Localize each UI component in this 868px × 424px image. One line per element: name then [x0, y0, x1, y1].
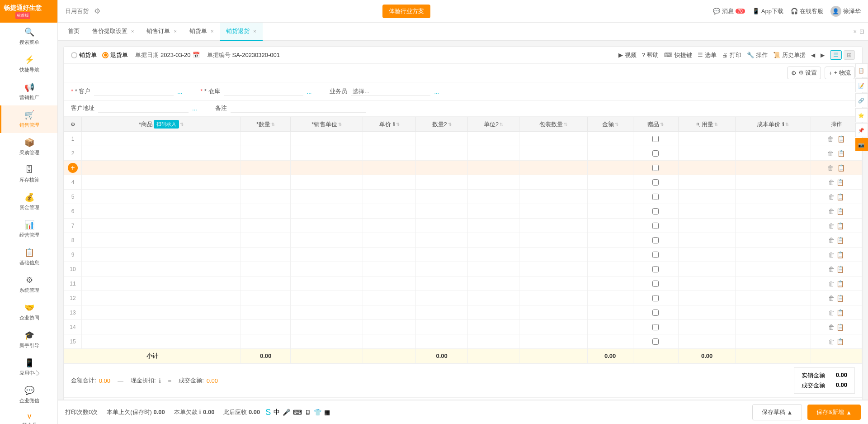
copy-4[interactable]: 📋	[835, 178, 845, 187]
copy-7[interactable]: 📋	[835, 221, 845, 230]
row-unit-3[interactable]	[291, 161, 363, 175]
row-cost-2[interactable]	[735, 146, 811, 161]
sidebar-item-guide[interactable]: 🎓 新手引导	[0, 326, 57, 353]
radio-return[interactable]: 退货单	[102, 51, 128, 59]
tab-sales-close[interactable]: ×	[211, 29, 213, 34]
row-cost-1[interactable]	[735, 132, 811, 146]
row-gift-1[interactable]	[633, 132, 679, 146]
save-new-arrow[interactable]: ▲	[846, 409, 852, 416]
calendar-icon[interactable]: 📅	[193, 52, 200, 58]
del-8[interactable]: 🗑	[827, 236, 835, 245]
gift-cb-6[interactable]	[652, 208, 659, 214]
row-unit2-2[interactable]	[467, 146, 519, 161]
row-delete-btn-2[interactable]: 🗑	[826, 149, 835, 158]
row-amount-3[interactable]	[587, 161, 633, 175]
copy-5[interactable]: 📋	[835, 192, 845, 201]
sidebar-item-vip[interactable]: V 畅会员	[0, 409, 57, 424]
sidebar-item-inventory[interactable]: 🗄 库存核算	[0, 161, 57, 188]
logistics-btn[interactable]: + + 物流	[825, 67, 855, 79]
row-pkg-3[interactable]	[519, 161, 587, 175]
del-13[interactable]: 🗑	[827, 308, 835, 317]
select-btn[interactable]: ☰ 选单	[698, 51, 717, 59]
next-btn[interactable]: ▶	[821, 52, 825, 58]
row-gift-2[interactable]	[633, 146, 679, 161]
row-gift-3[interactable]	[633, 161, 679, 175]
row-unit-1[interactable]	[291, 132, 363, 146]
address-input[interactable]	[98, 104, 189, 113]
tab-sales-return-close[interactable]: ×	[253, 29, 256, 34]
notification-btn[interactable]: 💬 消息 70	[713, 7, 745, 15]
row-pkg-2[interactable]	[519, 146, 587, 161]
gift-cb-12[interactable]	[652, 295, 659, 301]
sidebar-item-wechat[interactable]: 💬 企业微信	[0, 381, 57, 409]
row-copy-btn-1[interactable]: 📋	[836, 134, 846, 143]
copy-14[interactable]: 📋	[835, 323, 845, 332]
qty-sort-icon[interactable]: ⇅	[271, 122, 275, 127]
copy-15[interactable]: 📋	[835, 337, 845, 346]
discount-help-icon[interactable]: ℹ	[159, 377, 161, 384]
product-sort-icon[interactable]: ⇅	[180, 122, 184, 127]
sidebar-item-finance[interactable]: 💰 资金管理	[0, 188, 57, 215]
grid-view-btn[interactable]: ⊞	[844, 50, 855, 60]
row-amount-2[interactable]	[587, 146, 633, 161]
amount-sort-icon[interactable]: ⇅	[615, 122, 618, 127]
gift-cb-14[interactable]	[652, 324, 659, 330]
row-cost-3[interactable]	[735, 161, 811, 175]
copy-11[interactable]: 📋	[835, 279, 845, 288]
footer-debt-help[interactable]: ℹ	[199, 409, 201, 415]
row-delete-btn-3[interactable]: 🗑	[826, 163, 835, 172]
gift-cb-8[interactable]	[652, 237, 659, 243]
sidebar-item-search[interactable]: 🔍 搜索菜单	[0, 23, 57, 50]
row-product-1[interactable]	[82, 132, 241, 146]
gift-cb-5[interactable]	[652, 194, 659, 200]
gift-cb-15[interactable]	[652, 338, 659, 345]
operation-btn[interactable]: 🔧 操作	[747, 51, 768, 59]
copy-10[interactable]: 📋	[835, 265, 845, 274]
gift-cb-9[interactable]	[652, 252, 659, 258]
row-copy-btn-3[interactable]: 📋	[836, 163, 846, 172]
tab-price-setting[interactable]: 售价提取设置 ×	[86, 23, 140, 41]
sidebar-item-enterprise[interactable]: 🤝 企业协同	[0, 298, 57, 326]
del-12[interactable]: 🗑	[827, 294, 835, 303]
history-btn[interactable]: 📜 历史单据	[773, 51, 806, 59]
tab-close-all-icon[interactable]: ×	[853, 28, 857, 35]
address-select-btn[interactable]: ...	[192, 105, 197, 112]
sidebar-item-appcenter[interactable]: 📱 应用中心	[0, 353, 57, 381]
del-15[interactable]: 🗑	[827, 337, 835, 346]
gift-checkbox-3[interactable]	[652, 165, 659, 171]
add-row-btn[interactable]: +	[68, 163, 78, 173]
salesman-select-btn[interactable]: ...	[434, 88, 439, 95]
del-6[interactable]: 🗑	[827, 207, 835, 216]
table-gear-col[interactable]: ⚙	[64, 117, 82, 132]
del-9[interactable]: 🗑	[827, 250, 835, 259]
del-4[interactable]: 🗑	[827, 178, 835, 187]
row-delete-btn-1[interactable]: 🗑	[826, 134, 835, 143]
gift-cb-7[interactable]	[652, 223, 659, 229]
print-btn[interactable]: 🖨 打印	[722, 51, 741, 59]
save-new-btn[interactable]: 保存&新增 ▲	[807, 405, 861, 420]
row-qty-2[interactable]	[241, 146, 290, 161]
del-10[interactable]: 🗑	[827, 265, 835, 274]
gift-cb-10[interactable]	[652, 266, 659, 272]
row-unit2-1[interactable]	[467, 132, 519, 146]
sidebar-item-purchase[interactable]: 📦 采购管理	[0, 133, 57, 161]
qty2-sort-icon[interactable]: ⇅	[448, 122, 452, 127]
unit-sort-icon[interactable]: ⇅	[338, 122, 342, 127]
help-btn[interactable]: ? 帮助	[642, 51, 659, 59]
side-float-3[interactable]: 🔗	[855, 93, 868, 107]
side-float-5[interactable]: 📌	[855, 123, 868, 137]
row-qty2-3[interactable]	[416, 161, 468, 175]
copy-9[interactable]: 📋	[835, 250, 845, 259]
pkg-sort-icon[interactable]: ⇅	[564, 122, 567, 127]
gift-cb-11[interactable]	[652, 281, 659, 287]
side-float-1[interactable]: 📋	[855, 63, 868, 77]
copy-12[interactable]: 📋	[835, 294, 845, 303]
video-btn[interactable]: ▶ 视频	[618, 51, 637, 59]
row-qty-1[interactable]	[241, 132, 290, 146]
tab-maximize-icon[interactable]: ⊡	[859, 28, 864, 35]
avail-sort-icon[interactable]: ⇅	[714, 122, 718, 127]
row-avail-1[interactable]	[679, 132, 736, 146]
row-price-3[interactable]	[363, 161, 416, 175]
customer-select-btn[interactable]: ...	[177, 88, 182, 95]
gift-cb-4[interactable]	[652, 179, 659, 186]
